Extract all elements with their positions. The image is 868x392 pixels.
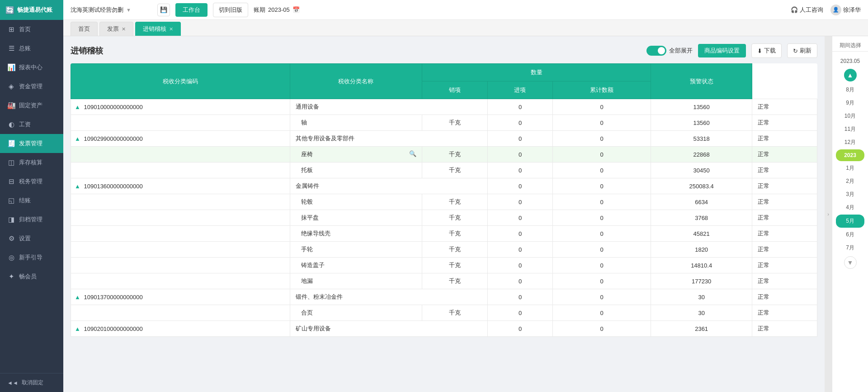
table-cell-sale-out: 0 (488, 273, 553, 289)
tab-invoice-close[interactable]: ✕ (122, 26, 126, 32)
tab-invoice[interactable]: 发票 ✕ (99, 22, 133, 36)
app-logo: 🔄 畅捷通易代账 (0, 0, 63, 20)
product-code-button[interactable]: 商品编码设置 (698, 44, 746, 57)
table-cell-sale-out: 0 (488, 115, 553, 131)
customer-service[interactable]: 🎧 人工咨询 (791, 6, 823, 14)
table-cell-sale-out: 0 (488, 147, 553, 163)
period-label: 账期 (254, 6, 265, 14)
sidebar-item-finance[interactable]: ◈ 资金管理 (0, 77, 63, 96)
data-table-wrap: 税收分类编码 税收分类名称 数量 预警状态 销项 进项 累计数额 ▲ (71, 63, 817, 385)
download-button[interactable]: ⬇ 下载 (751, 43, 782, 58)
period-item-2[interactable]: 2月 (832, 175, 868, 188)
tax-icon: ⊟ (7, 177, 15, 186)
company-selector[interactable]: 沈海英测试经营勿删 ▼ (71, 6, 152, 14)
page-title: 进销稽核 (71, 45, 103, 56)
th-accumulated: 累计数额 (552, 81, 651, 99)
tab-reconcile-close[interactable]: ✕ (169, 26, 173, 32)
period-item-12[interactable]: 12月 (832, 136, 868, 149)
period-item-5[interactable]: 5月 (836, 215, 864, 228)
table-cell-unit: 千克 (422, 258, 488, 273)
workspace-button[interactable]: 工作台 (175, 3, 208, 17)
sidebar-item-guide[interactable]: ◎ 新手引导 (0, 248, 63, 267)
user-menu[interactable]: 👤 徐泽华 (830, 5, 861, 15)
right-panel-toggle[interactable]: › (825, 36, 832, 392)
period-item-6[interactable]: 6月 (832, 228, 868, 241)
sidebar-unpin[interactable]: ◄◄ 取消固定 (0, 373, 63, 392)
period-item-4[interactable]: 4月 (832, 201, 868, 214)
sidebar-item-ledger[interactable]: ☰ 总账 (0, 39, 63, 58)
table-cell-code (71, 273, 290, 289)
save-icon: 💾 (160, 6, 167, 13)
table-cell-name: 锻件、粉末冶金件 (290, 289, 488, 305)
table-cell-accumulated: 14810.4 (651, 258, 752, 273)
period-item-2023-05-top[interactable]: 2023.05 (832, 55, 868, 67)
sidebar-label-archive: 归档管理 (19, 215, 42, 224)
table-cell-sale-out: 0 (488, 99, 553, 115)
table-cell-warning: 正常 (752, 99, 817, 115)
period-item-11[interactable]: 11月 (832, 123, 868, 136)
sidebar-item-invoice[interactable]: 🧾 发票管理 (0, 134, 63, 153)
collapse-icon[interactable]: ▲ (75, 294, 80, 301)
period-item-9[interactable]: 9月 (832, 96, 868, 110)
sidebar-item-home[interactable]: ⊞ 首页 (0, 20, 63, 39)
period-item-1[interactable]: 1月 (832, 162, 868, 175)
sidebar-item-reports[interactable]: 📊 报表中心 (0, 58, 63, 77)
table-cell-warning: 正常 (752, 178, 817, 194)
refresh-button[interactable]: ↻ 刷新 (787, 43, 817, 58)
period-item-3[interactable]: 3月 (832, 188, 868, 201)
table-cell-warning: 正常 (752, 194, 817, 210)
sidebar-item-settle[interactable]: ◱ 结账 (0, 191, 63, 210)
collapse-icon[interactable]: ▲ (75, 104, 80, 110)
expand-toggle[interactable] (646, 46, 666, 56)
period-panel-title: 期间选择 (832, 40, 868, 52)
save-button[interactable]: 💾 (157, 4, 170, 16)
table-cell-warning: 正常 (752, 131, 817, 147)
table-cell-warning: 正常 (752, 210, 817, 226)
period-up-btn[interactable]: ▲ (844, 69, 857, 81)
collapse-icon[interactable]: ▲ (75, 325, 80, 332)
settle-icon: ◱ (7, 196, 15, 205)
table-cell-name: 轮毂 (290, 194, 422, 210)
table-cell-warning: 正常 (752, 242, 817, 258)
table-cell-sale-in: 0 (552, 147, 651, 163)
period-item-10[interactable]: 10月 (832, 110, 868, 123)
ledger-icon: ☰ (7, 44, 15, 53)
table-cell-name: 通用设备 (290, 99, 488, 115)
table-cell-accumulated: 53318 (651, 131, 752, 147)
period-year-2023[interactable]: 2023 (836, 149, 864, 161)
period-item-7[interactable]: 7月 (832, 241, 868, 254)
sidebar-label-reports: 报表中心 (19, 63, 42, 72)
sidebar-item-fixed-assets[interactable]: 🏭 固定资产 (0, 96, 63, 115)
table-cell-sale-in: 0 (552, 163, 651, 178)
sidebar-label-finance: 资金管理 (19, 82, 42, 91)
sidebar-item-inventory[interactable]: ◫ 库存核算 (0, 153, 63, 172)
table-cell-name: 座椅 🔍 (290, 147, 422, 163)
content-area: 进销稽核 全部展开 商品编码设置 ⬇ 下载 ↻ 刷新 (63, 36, 868, 392)
toggle-label: 全部展开 (669, 47, 693, 55)
page-header: 进销稽核 全部展开 商品编码设置 ⬇ 下载 ↻ 刷新 (71, 43, 817, 58)
tabbar: 首页 发票 ✕ 进销稽核 ✕ (63, 20, 868, 36)
table-cell-sale-in: 0 (552, 273, 651, 289)
sidebar-item-member[interactable]: ✦ 畅会员 (0, 267, 63, 286)
calendar-icon[interactable]: 📅 (292, 6, 300, 13)
unpin-icon: ◄◄ (7, 380, 18, 386)
sidebar-item-archive[interactable]: ◨ 归档管理 (0, 210, 63, 229)
tab-home[interactable]: 首页 (71, 22, 98, 36)
table-cell-accumulated: 45821 (651, 226, 752, 242)
tab-reconcile[interactable]: 进销稽核 ✕ (135, 22, 181, 36)
period-item-8[interactable]: 8月 (832, 83, 868, 96)
sidebar-item-settings[interactable]: ⚙ 设置 (0, 229, 63, 248)
search-icon[interactable]: 🔍 (409, 150, 416, 157)
table-cell-accumulated: 6634 (651, 194, 752, 210)
table-cell-code: ▲ 109020100000000000 (71, 321, 290, 337)
sidebar-item-salary[interactable]: ◐ 工资 (0, 115, 63, 134)
table-cell-code: ▲ 109013600000000000 (71, 178, 290, 194)
sidebar-item-tax[interactable]: ⊟ 税务管理 (0, 172, 63, 191)
table-cell-accumulated: 1820 (651, 242, 752, 258)
table-cell-accumulated: 2361 (651, 321, 752, 337)
table-cell-unit: 千克 (422, 147, 488, 163)
collapse-icon[interactable]: ▲ (75, 135, 80, 142)
period-down-btn[interactable]: ▼ (844, 256, 857, 269)
collapse-icon[interactable]: ▲ (75, 183, 80, 190)
switch-version-button[interactable]: 切到旧版 (213, 3, 248, 17)
